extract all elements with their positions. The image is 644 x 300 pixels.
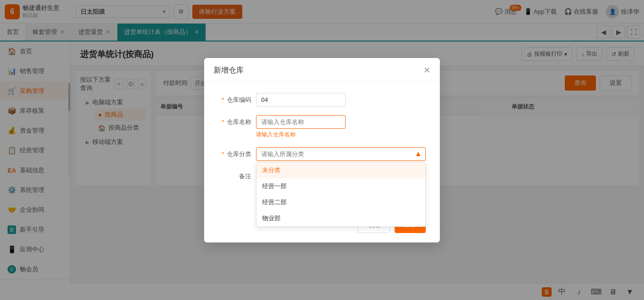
warehouse-cat-dropdown: 未分类 经营一部 经营二部 物业部 bbox=[256, 162, 426, 227]
modal-add-warehouse: 新增仓库 ✕ * 仓库编码 * 仓库名称 bbox=[204, 58, 440, 242]
dropdown-item-2[interactable]: 经营二部 bbox=[256, 194, 425, 210]
warehouse-code-label: * 仓库编码 bbox=[218, 93, 256, 104]
form-row-name: * 仓库名称 请输入仓库名称 bbox=[218, 115, 426, 139]
form-row-cat: * 仓库分类 ▲ 未分类 经营一部 经营二部 物业部 bbox=[218, 147, 426, 161]
dropdown-item-1[interactable]: 经营一部 bbox=[256, 178, 425, 194]
dropdown-item-3[interactable]: 物业部 bbox=[256, 210, 425, 226]
required-star2: * bbox=[222, 118, 224, 125]
modal-header: 新增仓库 ✕ bbox=[204, 58, 440, 82]
note-label: 备注 bbox=[218, 169, 256, 181]
warehouse-name-label: * 仓库名称 bbox=[218, 115, 256, 126]
modal-close-button[interactable]: ✕ bbox=[423, 66, 430, 75]
modal-overlay: 新增仓库 ✕ * 仓库编码 * 仓库名称 bbox=[0, 0, 644, 300]
required-star3: * bbox=[222, 150, 224, 158]
form-row-code: * 仓库编码 bbox=[218, 93, 426, 107]
warehouse-code-input[interactable] bbox=[256, 93, 346, 107]
warehouse-name-input[interactable] bbox=[256, 115, 346, 129]
required-star: * bbox=[222, 96, 224, 103]
warehouse-cat-label: * 仓库分类 bbox=[218, 147, 256, 158]
warehouse-name-error: 请输入仓库名称 bbox=[256, 131, 426, 139]
warehouse-name-wrap: 请输入仓库名称 bbox=[256, 115, 426, 139]
modal-title: 新增仓库 bbox=[214, 66, 244, 75]
dropdown-item-0[interactable]: 未分类 bbox=[256, 162, 425, 178]
modal-body: * 仓库编码 * 仓库名称 请输入仓库名称 bbox=[204, 82, 440, 212]
warehouse-code-wrap bbox=[256, 93, 426, 107]
warehouse-cat-field: ▲ bbox=[256, 147, 426, 161]
warehouse-cat-wrap: ▲ 未分类 经营一部 经营二部 物业部 bbox=[256, 147, 426, 161]
cat-dropdown-icon[interactable]: ▲ bbox=[414, 150, 422, 158]
warehouse-cat-input[interactable] bbox=[256, 147, 426, 161]
